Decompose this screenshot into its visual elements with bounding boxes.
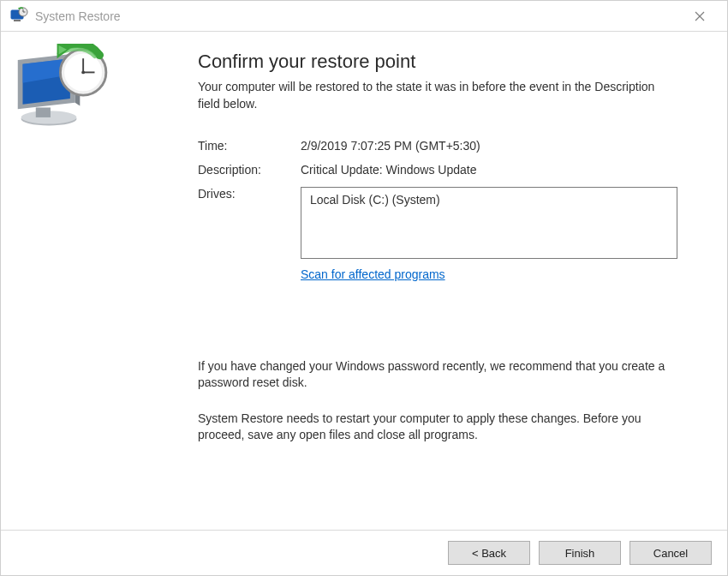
close-button[interactable] xyxy=(681,3,719,29)
left-pane xyxy=(1,32,116,530)
notes: If you have changed your Windows passwor… xyxy=(198,358,693,444)
svg-point-19 xyxy=(81,71,85,75)
page-heading: Confirm your restore point xyxy=(198,51,693,73)
time-row: Time: 2/9/2019 7:07:25 PM (GMT+5:30) xyxy=(198,139,693,153)
content-pane: Confirm your restore point Your computer… xyxy=(116,32,727,530)
drives-listbox[interactable]: Local Disk (C:) (System) xyxy=(301,187,677,259)
svg-rect-14 xyxy=(36,107,51,117)
drives-label: Drives: xyxy=(198,187,301,259)
password-note: If you have changed your Windows passwor… xyxy=(198,358,693,392)
titlebar: System Restore xyxy=(1,1,727,32)
description-label: Description: xyxy=(198,163,301,177)
wizard-body: Confirm your restore point Your computer… xyxy=(1,32,727,531)
time-value: 2/9/2019 7:07:25 PM (GMT+5:30) xyxy=(301,139,693,153)
drives-item: Local Disk (C:) (System) xyxy=(310,193,668,207)
cancel-button[interactable]: Cancel xyxy=(630,541,712,565)
description-row: Description: Critical Update: Windows Up… xyxy=(198,163,693,177)
close-icon xyxy=(695,11,705,21)
finish-button[interactable]: Finish xyxy=(539,541,621,565)
info-table: Time: 2/9/2019 7:07:25 PM (GMT+5:30) Des… xyxy=(198,139,693,281)
page-subheading: Your computer will be restored to the st… xyxy=(198,78,693,113)
system-restore-icon xyxy=(9,44,108,138)
window-title: System Restore xyxy=(35,9,121,23)
app-icon xyxy=(9,7,28,26)
drives-row: Drives: Local Disk (C:) (System) xyxy=(198,187,693,259)
system-restore-window: System Restore xyxy=(0,0,728,576)
time-label: Time: xyxy=(198,139,301,153)
restart-note: System Restore needs to restart your com… xyxy=(198,411,693,444)
footer: < Back Finish Cancel xyxy=(1,531,727,575)
svg-rect-1 xyxy=(14,20,21,21)
back-button[interactable]: < Back xyxy=(448,541,530,565)
scan-affected-programs-link[interactable]: Scan for affected programs xyxy=(301,267,445,281)
description-value: Critical Update: Windows Update xyxy=(301,163,693,177)
